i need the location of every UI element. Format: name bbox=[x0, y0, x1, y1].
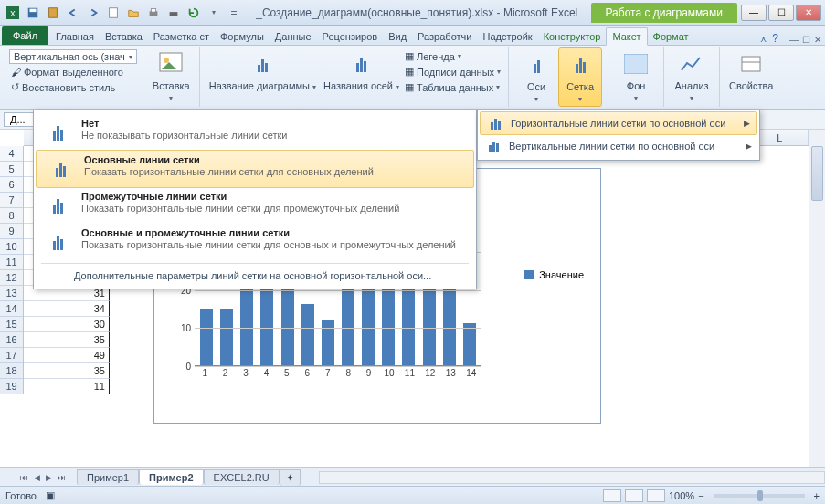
row-header[interactable]: 14 bbox=[0, 301, 23, 317]
chart-bar[interactable] bbox=[301, 304, 314, 365]
row-header[interactable]: 16 bbox=[0, 332, 23, 348]
tab-chart-format[interactable]: Формат bbox=[648, 28, 694, 45]
cell[interactable]: 30 bbox=[24, 317, 110, 332]
document-icon[interactable] bbox=[104, 4, 122, 22]
row-header[interactable]: 17 bbox=[0, 348, 23, 363]
row-header[interactable]: 8 bbox=[0, 208, 23, 224]
chart-legend[interactable]: Значение bbox=[524, 269, 584, 280]
menu-item[interactable]: Промежуточные линии сеткиПоказать горизо… bbox=[34, 187, 476, 224]
workbook-restore-icon[interactable]: ☐ bbox=[802, 35, 810, 45]
row-header[interactable]: 18 bbox=[0, 363, 23, 379]
tab-home[interactable]: Главная bbox=[50, 28, 100, 45]
analysis-button[interactable]: Анализ▾ bbox=[670, 47, 714, 105]
insert-button[interactable]: Вставка▾ bbox=[149, 47, 194, 105]
file-tab[interactable]: Файл bbox=[2, 26, 48, 45]
zoom-slider-thumb[interactable] bbox=[757, 490, 763, 501]
menu-item[interactable]: Основные линии сеткиПоказать горизонталь… bbox=[36, 150, 474, 188]
row-header[interactable]: 19 bbox=[0, 379, 23, 394]
chart-bar[interactable] bbox=[200, 309, 213, 365]
qat-customize-icon[interactable]: ▾ bbox=[205, 4, 223, 22]
zoom-out-button[interactable]: − bbox=[698, 490, 703, 501]
row-header[interactable]: 11 bbox=[0, 255, 23, 270]
chart-bar[interactable] bbox=[463, 323, 476, 365]
row-header[interactable]: 13 bbox=[0, 286, 23, 301]
save-icon[interactable] bbox=[24, 4, 42, 22]
cell[interactable]: 34 bbox=[24, 301, 110, 317]
sheet-last-icon[interactable]: ⏭ bbox=[56, 473, 68, 482]
page-break-view-button[interactable] bbox=[647, 489, 665, 502]
close-button[interactable]: ✕ bbox=[796, 5, 821, 21]
submenu-item[interactable]: Вертикальные линии сетки по основной оси… bbox=[478, 134, 759, 158]
row-header[interactable]: 9 bbox=[0, 224, 23, 239]
sheet-first-icon[interactable]: ⏮ bbox=[18, 473, 30, 482]
chart-element-dropdown[interactable]: Вертикальная ось (знач▾ bbox=[9, 49, 137, 64]
row-header[interactable]: 4 bbox=[0, 146, 23, 162]
print-preview-icon[interactable] bbox=[144, 4, 163, 22]
format-selection-button[interactable]: 🖌Формат выделенного bbox=[9, 66, 125, 79]
qat-more-icon[interactable]: = bbox=[225, 4, 243, 22]
legend-button[interactable]: ▦Легенда ▾ bbox=[403, 49, 502, 63]
horizontal-scrollbar[interactable] bbox=[319, 471, 825, 484]
chart-title-button[interactable]: Название диаграммы ▾ bbox=[206, 47, 320, 94]
tab-chart-design[interactable]: Конструктор bbox=[538, 28, 607, 45]
data-labels-button[interactable]: ▦Подписи данных ▾ bbox=[403, 65, 502, 79]
undo-icon[interactable] bbox=[64, 4, 82, 22]
paste-icon[interactable] bbox=[44, 4, 62, 22]
tab-view[interactable]: Вид bbox=[383, 28, 412, 45]
normal-view-button[interactable] bbox=[603, 489, 621, 502]
macro-record-icon[interactable]: ▣ bbox=[46, 489, 55, 501]
sheet-prev-icon[interactable]: ◀ bbox=[32, 473, 42, 482]
minimize-button[interactable]: — bbox=[741, 5, 767, 21]
menu-item[interactable]: НетНе показывать горизонтальные линии се… bbox=[34, 114, 476, 151]
cell[interactable]: 35 bbox=[24, 363, 110, 379]
axes-button[interactable]: Оси▾ bbox=[514, 48, 558, 106]
tab-page-layout[interactable]: Разметка ст bbox=[148, 28, 215, 45]
excel-icon[interactable]: X bbox=[4, 4, 22, 22]
tab-addins[interactable]: Надстройк bbox=[477, 28, 537, 45]
menu-item[interactable]: Основные и промежуточные линии сеткиПока… bbox=[34, 224, 476, 260]
zoom-slider[interactable] bbox=[714, 494, 805, 498]
vertical-scrollbar[interactable] bbox=[809, 130, 825, 477]
row-header[interactable]: 12 bbox=[0, 270, 23, 286]
menu-more-options[interactable]: Дополнительные параметры линий сетки на … bbox=[34, 267, 476, 285]
tab-insert[interactable]: Вставка bbox=[100, 28, 148, 45]
tab-review[interactable]: Рецензиров bbox=[317, 28, 384, 45]
tab-developer[interactable]: Разработчи bbox=[412, 28, 477, 45]
axis-titles-button[interactable]: Названия осей ▾ bbox=[320, 47, 403, 94]
tab-chart-layout[interactable]: Макет bbox=[606, 27, 647, 46]
new-sheet-button[interactable]: ✦ bbox=[280, 469, 301, 486]
gridlines-button[interactable]: Сетка▾ bbox=[558, 47, 602, 107]
row-header[interactable]: 6 bbox=[0, 177, 23, 193]
row-header[interactable]: 10 bbox=[0, 239, 23, 255]
scrollbar-thumb[interactable] bbox=[811, 146, 823, 201]
zoom-level[interactable]: 100% bbox=[669, 490, 694, 501]
row-header[interactable]: 7 bbox=[0, 193, 23, 208]
cell[interactable]: 35 bbox=[24, 332, 110, 348]
tab-formulas[interactable]: Формулы bbox=[215, 28, 270, 45]
cell[interactable]: 11 bbox=[24, 379, 110, 394]
background-button[interactable]: Фон▾ bbox=[614, 47, 658, 105]
print-icon[interactable] bbox=[164, 4, 183, 22]
workbook-minimize-icon[interactable]: — bbox=[789, 35, 799, 45]
workbook-close-icon[interactable]: ✕ bbox=[814, 35, 821, 45]
sheet-next-icon[interactable]: ▶ bbox=[44, 473, 54, 482]
zoom-in-button[interactable]: + bbox=[814, 490, 820, 501]
redo-icon[interactable] bbox=[84, 4, 102, 22]
sheet-tab[interactable]: Пример1 bbox=[77, 469, 139, 485]
chart-bar[interactable] bbox=[322, 320, 334, 365]
page-layout-view-button[interactable] bbox=[625, 489, 643, 502]
row-header[interactable]: 5 bbox=[0, 162, 23, 177]
data-table-button[interactable]: ▦Таблица данных ▾ bbox=[403, 80, 502, 94]
maximize-button[interactable]: ☐ bbox=[768, 5, 794, 21]
cell[interactable]: 49 bbox=[24, 348, 110, 363]
properties-button[interactable]: Свойства bbox=[725, 47, 777, 93]
minimize-ribbon-icon[interactable]: ⋏ bbox=[760, 34, 767, 44]
sheet-tab[interactable]: Пример2 bbox=[139, 469, 203, 485]
open-icon[interactable] bbox=[124, 4, 143, 22]
reset-style-button[interactable]: ↺Восстановить стиль bbox=[9, 80, 117, 94]
sheet-tab[interactable]: EXCEL2.RU bbox=[204, 469, 280, 485]
tab-data[interactable]: Данные bbox=[270, 28, 317, 45]
refresh-icon[interactable] bbox=[185, 4, 203, 22]
submenu-item[interactable]: Горизонтальные линии сетки по основной о… bbox=[480, 111, 757, 135]
help-icon[interactable]: ? bbox=[772, 32, 778, 45]
